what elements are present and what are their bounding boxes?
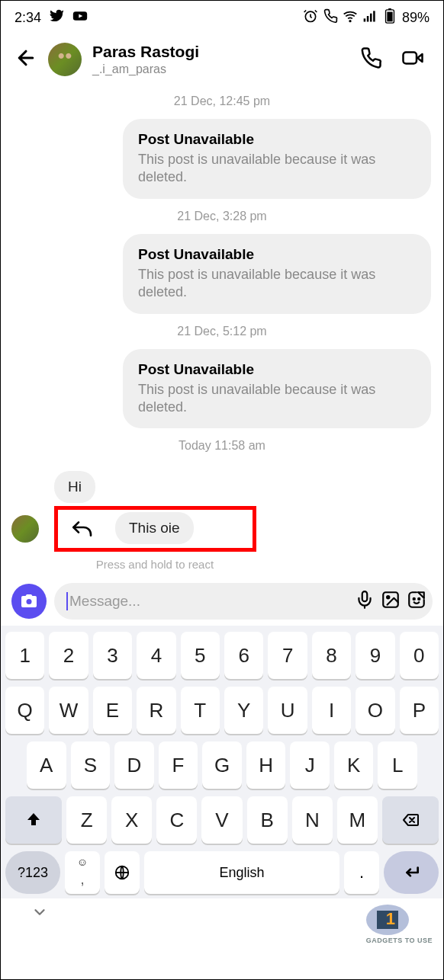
message-bubble-swiped[interactable]: This oie — [115, 512, 194, 544]
timestamp: 21 Dec, 12:45 pm — [10, 94, 434, 108]
key-h[interactable]: H — [246, 741, 286, 789]
back-button[interactable] — [14, 46, 37, 72]
status-right: 89% — [303, 8, 430, 27]
wifi-icon — [343, 8, 358, 27]
nav-collapse-icon[interactable] — [31, 904, 48, 924]
key-y[interactable]: Y — [224, 687, 263, 734]
twitter-icon — [49, 8, 64, 27]
key-i[interactable]: I — [312, 687, 351, 734]
timestamp: Today 11:58 am — [10, 439, 434, 453]
gallery-button[interactable] — [381, 590, 401, 613]
key-backspace[interactable] — [382, 796, 439, 844]
sticker-button[interactable] — [407, 590, 426, 613]
key-z[interactable]: Z — [66, 796, 107, 844]
svg-rect-5 — [370, 14, 372, 22]
keyboard: 1 2 3 4 5 6 7 8 9 0 Q W E R T Y U I O P … — [1, 626, 443, 898]
mic-button[interactable] — [355, 590, 375, 613]
key-s[interactable]: S — [71, 741, 111, 789]
key-a[interactable]: A — [27, 741, 66, 789]
battery-icon — [382, 8, 397, 27]
key-7[interactable]: 7 — [268, 632, 307, 679]
svg-rect-8 — [387, 12, 392, 22]
key-2[interactable]: 2 — [49, 632, 88, 679]
post-unavailable-bubble[interactable]: Post Unavailable This post is unavailabl… — [123, 234, 431, 314]
key-language[interactable] — [105, 851, 140, 894]
video-call-button[interactable] — [401, 46, 425, 72]
key-period[interactable]: . — [344, 851, 379, 894]
call-status-icon — [323, 8, 338, 27]
status-left: 2:34 — [14, 8, 88, 27]
svg-point-2 — [349, 21, 351, 22]
timestamp: 21 Dec, 5:12 pm — [10, 325, 434, 338]
key-g[interactable]: G — [202, 741, 242, 789]
key-l[interactable]: L — [378, 741, 417, 789]
chat-header: Paras Rastogi _.i_am_paras — [1, 32, 443, 84]
text-cursor — [66, 592, 68, 610]
key-j[interactable]: J — [290, 741, 330, 789]
key-t[interactable]: T — [181, 687, 220, 734]
key-k[interactable]: K — [334, 741, 374, 789]
key-r[interactable]: R — [137, 687, 175, 734]
battery-percent: 89% — [402, 10, 430, 26]
key-e[interactable]: E — [93, 687, 132, 734]
composer — [1, 578, 443, 626]
key-x[interactable]: X — [111, 796, 152, 844]
bubble-body: This post is unavailable because it was … — [138, 266, 416, 302]
contact-avatar[interactable] — [48, 43, 82, 76]
key-w[interactable]: W — [49, 687, 88, 734]
key-c[interactable]: C — [156, 796, 197, 844]
key-u[interactable]: U — [268, 687, 307, 734]
keyboard-row-4: Z X C V B N M — [5, 796, 439, 844]
audio-call-button[interactable] — [359, 46, 382, 72]
key-4[interactable]: 4 — [137, 632, 175, 679]
svg-point-15 — [413, 598, 415, 600]
camera-button[interactable] — [11, 584, 47, 619]
key-f[interactable]: F — [159, 741, 198, 789]
message-input-pill[interactable] — [54, 583, 433, 620]
key-q[interactable]: Q — [5, 687, 44, 734]
keyboard-row-2: Q W E R T Y U I O P — [5, 687, 439, 734]
post-unavailable-bubble[interactable]: Post Unavailable This post is unavailabl… — [123, 119, 431, 199]
key-b[interactable]: B — [247, 796, 288, 844]
key-9[interactable]: 9 — [356, 632, 394, 679]
key-p[interactable]: P — [400, 687, 439, 734]
bubble-title: Post Unavailable — [138, 361, 416, 378]
bubble-title: Post Unavailable — [138, 246, 416, 263]
key-5[interactable]: 5 — [181, 632, 220, 679]
key-3[interactable]: 3 — [93, 632, 132, 679]
post-unavailable-bubble[interactable]: Post Unavailable This post is unavailabl… — [123, 349, 431, 429]
key-o[interactable]: O — [356, 687, 394, 734]
message-avatar[interactable] — [11, 515, 39, 543]
key-6[interactable]: 6 — [224, 632, 263, 679]
signal-icon — [362, 8, 378, 27]
svg-rect-12 — [362, 592, 368, 602]
key-mode-switch[interactable]: ?123 — [5, 851, 60, 894]
svg-rect-9 — [388, 8, 391, 10]
keyboard-row-1: 1 2 3 4 5 6 7 8 9 0 — [5, 632, 439, 679]
contact-name: Paras Rastogi — [92, 43, 349, 61]
key-d[interactable]: D — [114, 741, 154, 789]
message-bubble-hi[interactable]: Hi — [54, 471, 95, 503]
timestamp: 21 Dec, 3:28 pm — [10, 210, 434, 223]
svg-point-14 — [387, 596, 389, 598]
reply-arrow-icon — [69, 518, 94, 546]
svg-rect-3 — [364, 18, 366, 21]
key-v[interactable]: V — [201, 796, 242, 844]
key-shift[interactable] — [5, 796, 62, 844]
contact-name-block[interactable]: Paras Rastogi _.i_am_paras — [92, 43, 349, 76]
key-8[interactable]: 8 — [312, 632, 351, 679]
key-enter[interactable] — [384, 851, 439, 894]
status-bar: 2:34 89% — [1, 1, 443, 32]
watermark-text: GADGETS TO USE — [366, 937, 433, 944]
watermark-logo — [366, 905, 409, 935]
key-m[interactable]: M — [337, 796, 378, 844]
message-input[interactable] — [69, 593, 349, 610]
messages-area[interactable]: 21 Dec, 12:45 pm Post Unavailable This p… — [1, 94, 443, 571]
svg-rect-6 — [373, 11, 375, 21]
key-n[interactable]: N — [292, 796, 333, 844]
key-space[interactable]: English — [144, 851, 339, 894]
key-0[interactable]: 0 — [400, 632, 439, 679]
key-1[interactable]: 1 — [5, 632, 44, 679]
svg-rect-4 — [367, 16, 369, 22]
key-emoji[interactable]: ☺, — [65, 851, 100, 894]
